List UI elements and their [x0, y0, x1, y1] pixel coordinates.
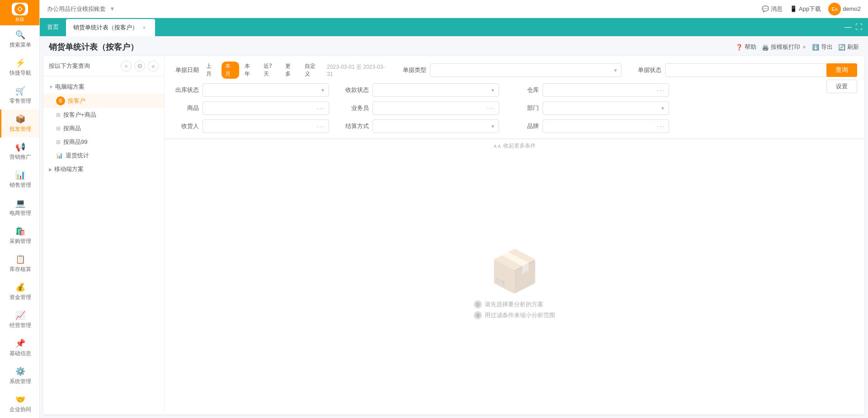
ship-label: 出库状态	[172, 86, 199, 94]
sidebar-item-shortcut[interactable]: ⚡ 快捷导航	[0, 53, 39, 81]
sidebar-item-ecommerce[interactable]: 💻 电商管理	[0, 194, 39, 222]
app-dropdown-arrow[interactable]: ▼	[109, 5, 115, 12]
brand-dots: ···	[657, 123, 665, 130]
tree-child-return-stats[interactable]: 📊 退货统计	[43, 149, 164, 162]
empty-tip-1: ① 请先选择要分析的方案	[474, 300, 555, 309]
svg-point-1	[19, 8, 21, 10]
sidebar-item-system[interactable]: ⚙️ 系统管理	[0, 362, 39, 390]
salesperson-select[interactable]: ···	[373, 101, 499, 115]
filter-row-1: 单据日期 上月 本月 本年 近7天 更多 自定义 2023-03-01 至 20…	[172, 62, 857, 79]
sidebar-item-sales[interactable]: 📊 销售管理	[0, 166, 39, 194]
dept-select[interactable]: ▼	[542, 101, 669, 115]
collapse-panel-button[interactable]: «	[148, 61, 159, 71]
right-panel: 单据日期 上月 本月 本年 近7天 更多 自定义 2023-03-01 至 20…	[165, 56, 864, 414]
user-profile[interactable]: Ea demo2	[828, 3, 861, 15]
empty-tips: ① 请先选择要分析的方案 ② 用过滤条件来缩小分析范围	[474, 300, 555, 319]
brand-select[interactable]: ···	[542, 119, 669, 133]
query-button[interactable]: 查询	[826, 63, 857, 77]
collapse-filters-button[interactable]: ∧∧ 收起更多条件	[165, 139, 864, 152]
tree-parent-mobile[interactable]: ▶ 移动端方案	[43, 162, 164, 176]
sidebar-item-enterprise[interactable]: 🤝 企业协同	[0, 390, 39, 418]
ship-status-select[interactable]: ▼	[203, 83, 329, 97]
enterprise-icon: 🤝	[15, 394, 25, 404]
export-button[interactable]: ⬇️ 导出	[812, 43, 833, 51]
tree-parent-desktop[interactable]: ▼ 电脑端方案	[43, 80, 164, 94]
sidebar-item-search[interactable]: 🔍 搜索菜单	[0, 25, 39, 53]
left-panel-header: 按以下方案查询 + ⚙ «	[43, 56, 164, 76]
date-tab-last-7[interactable]: 近7天	[260, 62, 280, 79]
wholesale-icon: 📦	[15, 114, 25, 124]
date-tab-last-month[interactable]: 上月	[203, 62, 220, 79]
tabs-bar: 首页 销货单统计表（按客户） × — ⛶	[40, 18, 868, 36]
filter-area: 单据日期 上月 本月 本年 近7天 更多 自定义 2023-03-01 至 20…	[165, 56, 864, 139]
add-scheme-button[interactable]: +	[121, 61, 132, 71]
marketing-icon: 📢	[15, 142, 25, 152]
payment-status-select[interactable]: ▼	[373, 83, 499, 97]
ecommerce-icon: 💻	[15, 198, 25, 208]
sidebar-item-marketing[interactable]: 📢 营销推广	[0, 138, 39, 166]
customer-scheme-icon: 客	[56, 96, 65, 105]
salesperson-label: 业务员	[342, 104, 369, 112]
date-tab-more[interactable]: 更多	[282, 62, 299, 79]
payment-label: 收款状态	[342, 86, 369, 94]
tree-child-by-customer-goods[interactable]: ⊞ 按客户+商品	[43, 108, 164, 122]
settings-button[interactable]: 设置	[826, 80, 857, 93]
collapse-up-icon: ∧∧	[493, 143, 501, 149]
payment-status-arrow: ▼	[491, 88, 495, 93]
left-panel: 按以下方案查询 + ⚙ « ▼ 电脑端方案 客 按客户	[43, 56, 165, 414]
sidebar-item-retail[interactable]: 🛒 零售管理	[0, 81, 39, 109]
help-icon: ❓	[736, 44, 743, 51]
doc-type-select[interactable]: ▼	[430, 63, 622, 77]
tab-close-button[interactable]: ×	[141, 24, 148, 31]
goods-dots: ···	[317, 104, 325, 112]
print-arrow-icon: ▼	[802, 45, 807, 50]
warehouse-label: 仓库	[512, 86, 539, 94]
page-header: 销货单统计表（按客户） ❓ 帮助 🖨️ 按模板打印 ▼ ⬇️ 导出 🔄 刷新	[40, 36, 868, 56]
date-tab-this-month[interactable]: 本月	[222, 62, 239, 79]
left-panel-title: 按以下方案查询	[49, 62, 90, 70]
ship-status-arrow: ▼	[321, 88, 325, 93]
dept-label: 部门	[512, 104, 539, 112]
refresh-button[interactable]: 🔄 刷新	[838, 43, 859, 51]
sidebar-item-basic[interactable]: 📌 基础信息	[0, 334, 39, 362]
tree-child-by-customer[interactable]: 客 按客户	[43, 94, 164, 108]
tip-number-2: ②	[474, 311, 482, 319]
help-button[interactable]: ❓ 帮助	[736, 43, 756, 51]
app-download-button[interactable]: 📱 App下载	[790, 5, 821, 13]
tab-sales-stats[interactable]: 销货单统计表（按客户） ×	[66, 19, 155, 36]
page-title: 销货单统计表（按客户）	[49, 42, 138, 52]
warehouse-dots: ···	[657, 86, 665, 94]
empty-state: 📦 ① 请先选择要分析的方案 ② 用过滤条件来缩小分析范围	[165, 152, 864, 414]
page-content: 销货单统计表（按客户） ❓ 帮助 🖨️ 按模板打印 ▼ ⬇️ 导出 🔄 刷新	[40, 36, 868, 418]
recipient-label: 收货人	[172, 122, 199, 130]
tab-expand-button[interactable]: ⛶	[855, 23, 863, 31]
print-button[interactable]: 🖨️ 按模板打印 ▼	[762, 43, 807, 51]
tree-child-by-goods[interactable]: ⊞ 按商品	[43, 122, 164, 135]
warehouse-select[interactable]: ···	[542, 83, 669, 97]
recipient-select[interactable]: ···	[203, 119, 329, 133]
date-tab-this-year[interactable]: 本年	[241, 62, 258, 79]
settlement-select[interactable]: ▼	[373, 119, 499, 133]
sidebar-item-operations[interactable]: 📈 经营管理	[0, 306, 39, 334]
message-button[interactable]: 💬 消息	[762, 5, 783, 13]
sidebar-item-purchase[interactable]: 🛍️ 采购管理	[0, 222, 39, 250]
inventory-icon: 📋	[15, 254, 25, 264]
tab-minimize-button[interactable]: —	[844, 23, 852, 31]
sidebar-item-inventory[interactable]: 📋 库存核算	[0, 250, 39, 278]
date-range-display: 2023-03-01 至 2023-03-31	[327, 63, 386, 77]
sidebar-menu: 🔍 搜索菜单 ⚡ 快捷导航 🛒 零售管理 📦 批发管理 📢 营销推广 📊 销售管…	[0, 25, 39, 418]
tree-child-by-goods-99[interactable]: ⊞ 按商品99	[43, 135, 164, 149]
goods-select[interactable]: ···	[203, 101, 329, 115]
sidebar-item-finance[interactable]: 💰 资金管理	[0, 278, 39, 306]
content-body: 按以下方案查询 + ⚙ « ▼ 电脑端方案 客 按客户	[43, 56, 864, 414]
topbar: 办公用品行业模拟账套 ▼ 💬 消息 📱 App下载 Ea demo2	[40, 0, 868, 18]
tab-home[interactable]: 首页	[40, 18, 66, 36]
purchase-icon: 🛍️	[15, 226, 25, 236]
type-label: 单据类型	[399, 66, 426, 74]
goods-label: 商品	[172, 104, 199, 112]
settings-scheme-button[interactable]: ⚙	[134, 61, 145, 71]
sidebar-item-wholesale[interactable]: 📦 批发管理	[0, 109, 39, 138]
date-tab-custom[interactable]: 自定义	[301, 62, 323, 79]
goods99-scheme-icon: ⊞	[56, 139, 61, 145]
app-name: 办公用品行业模拟账套	[47, 5, 106, 13]
